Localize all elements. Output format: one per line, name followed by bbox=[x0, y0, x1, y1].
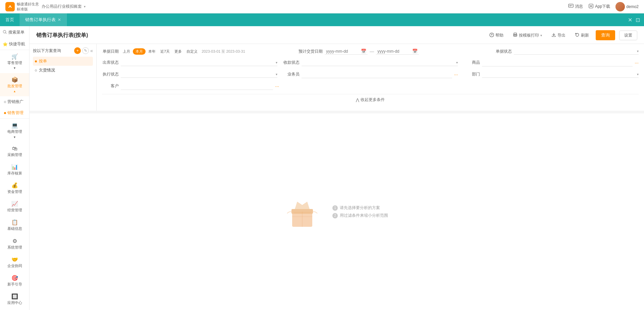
sidebar-item-purchase[interactable]: 🛍 采购管理 bbox=[0, 142, 29, 160]
sidebar-item-appstore[interactable]: 🔲 应用中心 bbox=[0, 290, 29, 308]
sidebar-item-wechat[interactable]: 💬 企业微信 bbox=[0, 308, 29, 310]
hint-num-1: 1 bbox=[332, 205, 338, 211]
sidebar-item-enterprise[interactable]: 🤝 企业协同 bbox=[0, 253, 29, 271]
scheme-item-shortage[interactable]: 欠货情况 bbox=[33, 66, 93, 75]
filter-fields: 单据日期 上月 本月 本年 近7天 更多 自定义 2023-03-01 至 20… bbox=[97, 44, 644, 111]
sidebar-item-wholesale[interactable]: 📦 批发管理 ▴ bbox=[0, 73, 29, 96]
goods-more-btn[interactable]: ··· bbox=[635, 60, 639, 65]
sidebar-item-system[interactable]: ⚙ 系统管理 bbox=[0, 235, 29, 253]
date-separator: — bbox=[370, 49, 374, 54]
filter-row-3: 执行状态 ▾ 业务员 ··· 部门 bbox=[102, 70, 639, 78]
sidebar-subitem-sales[interactable]: 销售管理 bbox=[0, 107, 29, 118]
outbound-label: 出库状态 bbox=[102, 60, 119, 65]
sidebar-item-inventory[interactable]: 📊 库存核算 bbox=[0, 160, 29, 179]
header-right: 消息 App下载 demo2 bbox=[568, 2, 639, 11]
finance-icon: 💰 bbox=[11, 182, 18, 189]
sidebar-item-finance[interactable]: 💰 资金管理 bbox=[0, 179, 29, 197]
refresh-btn[interactable]: 刷新 bbox=[572, 31, 592, 40]
sidebar-search-icon bbox=[3, 30, 7, 35]
scheme-item-by-order[interactable]: 按单 bbox=[33, 57, 93, 66]
enterprise-icon: 🤝 bbox=[11, 256, 18, 263]
collapse-scheme-btn[interactable]: « bbox=[90, 48, 93, 53]
inventory-label: 库存核算 bbox=[7, 171, 22, 175]
hint-num-2: 2 bbox=[332, 213, 338, 218]
inventory-icon: 📊 bbox=[11, 164, 18, 170]
salesperson-container: 业务员 ··· bbox=[283, 70, 458, 78]
tab-restore-icon[interactable]: ⊡ bbox=[634, 15, 641, 24]
empty-hint-2: 2 用过滤条件来缩小分析范围 bbox=[332, 213, 388, 218]
sidebar-item-newbie[interactable]: 🎯 新手引导 bbox=[0, 271, 29, 290]
app-download-btn[interactable]: App下载 bbox=[588, 3, 610, 10]
operation-label: 经营管理 bbox=[7, 208, 22, 212]
goods-label: 商品 bbox=[463, 60, 480, 65]
page-header: 销售订单执行表(按单) 帮助 bbox=[30, 26, 644, 44]
path-dropdown-icon[interactable]: ▾ bbox=[84, 5, 86, 8]
sidebar-item-basic[interactable]: 📋 基础信息 bbox=[0, 216, 29, 234]
status-select[interactable]: ▾ bbox=[514, 48, 639, 55]
header-path[interactable]: 办公用品行业模拟账套 ▾ bbox=[42, 4, 86, 9]
ecommerce-expand-icon: ▾ bbox=[14, 135, 15, 139]
expected-date-end[interactable] bbox=[377, 49, 411, 54]
expected-date-end-wrapper: 📅 bbox=[376, 48, 419, 55]
date-tab-last-month[interactable]: 上月 bbox=[121, 48, 132, 55]
sidebar-item-operation[interactable]: 📈 经营管理 bbox=[0, 197, 29, 216]
expected-date-start[interactable] bbox=[326, 49, 360, 54]
tab-home[interactable]: 首页 bbox=[0, 13, 20, 26]
export-btn[interactable]: 导出 bbox=[549, 31, 568, 40]
collection-select[interactable]: ▾ bbox=[302, 59, 458, 66]
tab-close-all-icon[interactable]: ✕ bbox=[627, 15, 634, 24]
help-icon bbox=[489, 33, 494, 38]
svg-rect-9 bbox=[514, 35, 516, 36]
goods-input[interactable] bbox=[482, 59, 633, 66]
query-btn[interactable]: 查询 bbox=[596, 30, 615, 40]
status-label: 单据状态 bbox=[495, 49, 512, 54]
date-calendar-icon-2[interactable]: 📅 bbox=[412, 49, 418, 54]
date-tab-7days[interactable]: 近7天 bbox=[158, 48, 172, 55]
exec-status-select[interactable]: ▾ bbox=[121, 71, 277, 78]
finance-label: 资金管理 bbox=[7, 190, 22, 194]
logo-icon bbox=[5, 2, 15, 11]
expected-delivery-container: 预计交货日期 📅 — 📅 bbox=[299, 48, 490, 55]
customer-more-btn[interactable]: ··· bbox=[275, 84, 279, 89]
purchase-label: 采购管理 bbox=[7, 153, 22, 157]
salesperson-more-btn[interactable]: ··· bbox=[454, 72, 458, 77]
date-calendar-icon-1[interactable]: 📅 bbox=[361, 49, 366, 54]
add-scheme-btn[interactable]: + bbox=[74, 47, 81, 54]
customer-input[interactable] bbox=[121, 82, 273, 90]
filter-scheme-panel: 按以下方案查询 + ✎ « 按单 欠货情况 bbox=[30, 44, 97, 111]
sidebar: 搜索菜单 ⭐ 快捷导航 🛒 零售管理 ▾ 📦 批发管理 ▴ 营销推广 bbox=[0, 26, 30, 310]
top-header: 畅捷通好生意 标准版 办公用品行业模拟账套 ▾ 消息 bbox=[0, 0, 644, 13]
date-tab-more[interactable]: 更多 bbox=[172, 48, 184, 55]
exec-status-label: 执行状态 bbox=[102, 71, 119, 77]
date-tab-this-month[interactable]: 本月 bbox=[133, 48, 146, 55]
collection-dropdown-icon: ▾ bbox=[456, 61, 458, 64]
collection-label: 收款状态 bbox=[283, 60, 300, 65]
dept-select[interactable]: ▾ bbox=[482, 71, 639, 78]
date-tab-this-year[interactable]: 本年 bbox=[146, 48, 158, 55]
message-label: 消息 bbox=[575, 4, 583, 9]
tab-close-icon[interactable]: ✕ bbox=[58, 18, 61, 22]
sidebar-item-retail[interactable]: 🛒 零售管理 ▾ bbox=[0, 50, 29, 73]
appstore-label: 应用中心 bbox=[7, 301, 22, 305]
tab-sales-exec[interactable]: 销售订单执行表 ✕ bbox=[20, 13, 67, 26]
dept-dropdown-icon: ▾ bbox=[637, 72, 639, 76]
sidebar-search[interactable]: 搜索菜单 bbox=[0, 26, 29, 39]
sidebar-item-ecommerce[interactable]: 💻 电商管理 ▾ bbox=[0, 119, 29, 142]
collapse-btn[interactable]: ⋀ 收起更多条件 bbox=[352, 96, 389, 104]
print-btn[interactable]: 按模板打印 ▾ bbox=[510, 31, 545, 40]
outbound-select[interactable]: ▾ bbox=[121, 59, 277, 66]
filter-scheme-title: 按以下方案查询 bbox=[33, 48, 61, 54]
message-btn[interactable]: 消息 bbox=[568, 3, 583, 10]
data-area: 1 请先选择要分析的方案 2 用过滤条件来缩小分析范围 bbox=[30, 113, 644, 310]
sidebar-subitem-marketing[interactable]: 营销推广 bbox=[0, 96, 29, 107]
help-btn[interactable]: 帮助 bbox=[487, 31, 506, 40]
sidebar-quick-nav[interactable]: ⭐ 快捷导航 bbox=[0, 39, 29, 50]
settings-btn[interactable]: 设置 bbox=[619, 31, 637, 40]
svg-rect-2 bbox=[569, 4, 573, 7]
salesperson-input[interactable] bbox=[302, 70, 452, 78]
collapse-up-icon: ⋀ bbox=[356, 98, 359, 102]
date-tab-custom[interactable]: 自定义 bbox=[184, 48, 200, 55]
tab-bar: 首页 销售订单执行表 ✕ ✕ ⊡ bbox=[0, 13, 644, 26]
user-btn[interactable]: demo2 bbox=[615, 2, 639, 11]
edit-scheme-btn[interactable]: ✎ bbox=[82, 47, 89, 54]
